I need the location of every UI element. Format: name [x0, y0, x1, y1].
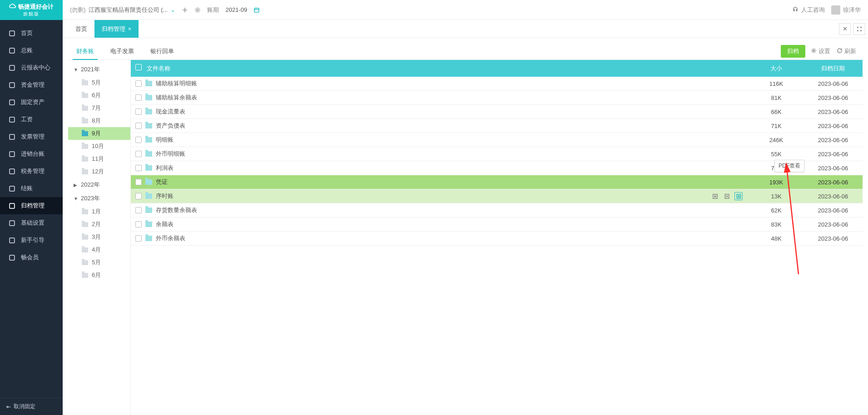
row-checkbox[interactable]	[135, 207, 142, 213]
table-row[interactable]: 利润表 72K 2023-06-06	[131, 161, 863, 175]
salary-icon	[8, 116, 15, 123]
fullscreen-button[interactable]	[853, 23, 865, 35]
sidebar-item-gear[interactable]: 基础设置	[0, 214, 63, 232]
table-row[interactable]: 序时账 13K 2023-06-06	[131, 189, 863, 203]
sidebar-unpin[interactable]: ⇤ 取消固定	[0, 398, 63, 415]
row-checkbox[interactable]	[135, 193, 142, 199]
close-tab-button[interactable]: ✕	[839, 23, 851, 35]
sidebar-item-vip[interactable]: 畅会员	[0, 249, 63, 266]
sidebar-item-close-period[interactable]: 结账	[0, 180, 63, 197]
tree-year[interactable]: ▼2021年	[68, 63, 130, 76]
select-all-checkbox[interactable]	[135, 64, 142, 70]
sidebar-item-tax[interactable]: 税务管理	[0, 163, 63, 180]
tree-month[interactable]: 6月	[68, 269, 130, 282]
table-row[interactable]: 凭证 193K 2023-06-06	[131, 175, 863, 189]
user-menu[interactable]: 徐泽华	[831, 5, 861, 15]
table-row[interactable]: 外币余额表 48K 2023-06-06	[131, 232, 863, 246]
company-settings-button[interactable]	[194, 7, 201, 13]
sidebar-item-label: 首页	[21, 29, 33, 37]
tree-month[interactable]: 6月	[68, 89, 130, 102]
col-size: 大小	[749, 60, 804, 77]
svg-rect-10	[10, 203, 15, 208]
subtab[interactable]: 电子发票	[102, 43, 142, 59]
tree-month[interactable]: 1月	[68, 205, 130, 218]
subtab[interactable]: 财务账	[68, 43, 102, 59]
row-checkbox[interactable]	[135, 123, 142, 129]
add-company-button[interactable]	[182, 7, 188, 13]
tree-month[interactable]: 10月	[68, 140, 130, 153]
table-row[interactable]: 明细账 246K 2023-06-06	[131, 133, 863, 147]
row-checkbox[interactable]	[135, 165, 142, 171]
tree-year[interactable]: ▶2022年	[68, 178, 130, 192]
archive-button[interactable]: 归档	[781, 45, 805, 58]
tree-month[interactable]: 7月	[68, 102, 130, 114]
table-row[interactable]: 存货数量余额表 62K 2023-06-06	[131, 203, 863, 217]
table-row[interactable]: 辅助核算明细账 116K 2023-06-06	[131, 77, 863, 91]
page-tab[interactable]: 首页	[68, 20, 94, 38]
row-checkbox[interactable]	[135, 179, 142, 185]
file-size: 13K	[749, 189, 804, 203]
sidebar-item-stock[interactable]: 进销台账	[0, 145, 63, 163]
folder-icon	[82, 144, 88, 149]
row-checkbox[interactable]	[135, 151, 142, 157]
svg-point-16	[813, 49, 815, 51]
download-excel-icon[interactable]	[711, 192, 719, 200]
folder-icon	[145, 137, 152, 143]
file-size: 48K	[749, 232, 804, 246]
table-row[interactable]: 现金流量表 66K 2023-06-06	[131, 105, 863, 119]
tree-month[interactable]: 4月	[68, 243, 130, 256]
sidebar-item-invoice[interactable]: 发票管理	[0, 128, 63, 145]
download-pdf-icon[interactable]	[723, 192, 731, 200]
tree-month[interactable]: 12月	[68, 165, 130, 178]
sidebar-item-home[interactable]: 首页	[0, 25, 63, 42]
tree-month[interactable]: 11月	[68, 153, 130, 165]
table-row[interactable]: 余额表 83K 2023-06-06	[131, 217, 863, 232]
sidebar-item-asset[interactable]: 固定资产	[0, 94, 63, 111]
tree-month[interactable]: 5月	[68, 76, 130, 89]
tree-month-label: 6月	[92, 271, 101, 279]
tree-month-label: 7月	[92, 104, 101, 112]
refresh-link[interactable]: 刷新	[837, 47, 856, 55]
sidebar-item-salary[interactable]: 工资	[0, 111, 63, 128]
close-icon[interactable]: ×	[128, 26, 131, 32]
folder-icon	[82, 131, 88, 136]
file-date: 2023-06-06	[804, 232, 863, 246]
tree-month[interactable]: 5月	[68, 256, 130, 269]
subtabs-row: 财务账电子发票银行回单 归档 设置 刷新	[68, 43, 863, 60]
row-checkbox[interactable]	[135, 235, 142, 242]
table-row[interactable]: 外币明细账 55K 2023-06-06	[131, 147, 863, 161]
sidebar-item-ledger[interactable]: 总账	[0, 42, 63, 59]
calendar-icon[interactable]	[253, 7, 260, 13]
svg-rect-1	[10, 48, 15, 53]
row-checkbox[interactable]	[135, 221, 142, 227]
settings-link[interactable]: 设置	[811, 47, 830, 55]
subtab[interactable]: 银行回单	[142, 43, 182, 59]
row-checkbox[interactable]	[135, 137, 142, 143]
chevron-down-icon: ⌄	[170, 6, 175, 13]
page-tab[interactable]: 归档管理×	[94, 20, 139, 38]
sidebar-item-wallet[interactable]: 资金管理	[0, 76, 63, 94]
sidebar-item-guide[interactable]: 新手引导	[0, 232, 63, 249]
tree-month[interactable]: 8月	[68, 114, 130, 127]
file-date: 2023-06-06	[804, 189, 863, 203]
file-table-wrapper: 文件名称 大小 归档日期 辅助核算明细账 116K 2023-06-06	[131, 60, 863, 415]
tree-year[interactable]: ▼2023年	[68, 192, 130, 205]
row-checkbox[interactable]	[135, 109, 142, 115]
table-row[interactable]: 资产负债表 71K 2023-06-06	[131, 119, 863, 133]
folder-icon	[145, 165, 152, 171]
folder-icon	[145, 236, 152, 241]
sidebar-item-chart[interactable]: 云报表中心	[0, 59, 63, 76]
folder-icon	[145, 179, 152, 185]
tree-month[interactable]: 3月	[68, 231, 130, 243]
pdf-view-icon[interactable]	[734, 192, 743, 200]
row-checkbox[interactable]	[135, 94, 142, 101]
support-link[interactable]: 人工咨询	[792, 6, 825, 14]
row-checkbox[interactable]	[135, 80, 142, 87]
company-selector[interactable]: (勿删) 江西服宝精品有限责任公司 (... ⌄	[70, 6, 175, 14]
tree-month[interactable]: 2月	[68, 218, 130, 231]
tree-month[interactable]: 9月	[68, 127, 130, 140]
sidebar-item-archive[interactable]: 归档管理	[0, 197, 63, 214]
sidebar-item-label: 云报表中心	[21, 64, 50, 72]
file-name: 利润表	[156, 164, 174, 172]
table-row[interactable]: 辅助核算余额表 81K 2023-06-06	[131, 91, 863, 105]
